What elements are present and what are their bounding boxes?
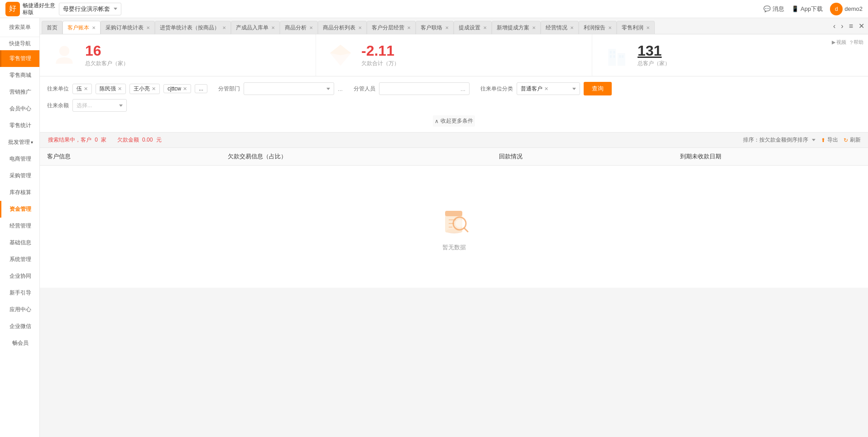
- department-select[interactable]: [244, 82, 334, 95]
- sidebar-search[interactable]: 搜索菜单: [0, 18, 39, 37]
- tab-retail-profit[interactable]: 零售利润 ✕: [617, 21, 655, 34]
- table-header: 客户信息 欠款交易信息（占比） 回款情况 到期未收款日期: [40, 148, 868, 166]
- logo-area: 好 畅捷通好生意 标版: [5, 2, 55, 16]
- query-button[interactable]: 查询: [584, 82, 612, 95]
- sidebar-item-vip-member[interactable]: 畅会员: [0, 335, 39, 352]
- video-help-button[interactable]: ▶ 视频: [832, 39, 846, 46]
- sidebar-item-purchase[interactable]: 采购管理: [0, 167, 39, 184]
- stat-label-customers: 总欠款客户（家）: [85, 60, 129, 67]
- tab-production-inbound[interactable]: 产成品入库单 ✕: [231, 21, 280, 34]
- sidebar-item-funds[interactable]: 资金管理: [0, 201, 39, 218]
- remove-unit-4-button[interactable]: ✕: [183, 86, 187, 92]
- app-download-button[interactable]: 📱 App下载: [791, 5, 823, 13]
- close-tab-icon[interactable]: ✕: [309, 25, 313, 30]
- person-filter-label: 分管人员: [354, 85, 375, 93]
- sidebar-item-retail-mgmt[interactable]: 零售管理: [0, 50, 39, 67]
- tab-customer-segment[interactable]: 客户分层经营 ✕: [367, 21, 416, 34]
- tab-product-analysis-list[interactable]: 商品分析列表 ✕: [318, 21, 367, 34]
- tab-new-tip-plan[interactable]: 新增提成方案 ✕: [492, 21, 541, 34]
- collapse-button[interactable]: ∧ 收起更多条件: [433, 115, 475, 127]
- tab-tip-settings[interactable]: 提成设置 ✕: [454, 21, 492, 34]
- close-all-tabs-button[interactable]: ✕: [857, 21, 866, 31]
- svg-rect-10: [622, 55, 623, 58]
- close-tab-icon[interactable]: ✕: [92, 25, 96, 30]
- svg-point-0: [59, 46, 69, 56]
- close-tab-icon[interactable]: ✕: [407, 25, 411, 30]
- close-tab-icon[interactable]: ✕: [532, 25, 536, 30]
- sidebar-item-enterprise-wechat[interactable]: 企业微信: [0, 318, 39, 335]
- person-more-button[interactable]: ...: [460, 86, 465, 92]
- tab-purchase-order[interactable]: 采购订单统计表 ✕: [101, 21, 155, 34]
- person-select[interactable]: ...: [379, 82, 470, 95]
- col-header-repayment: 回款情况: [499, 152, 680, 161]
- refresh-button[interactable]: ↻ 刷新: [844, 136, 861, 144]
- export-button[interactable]: ⬆ 导出: [821, 136, 838, 144]
- avatar: d: [830, 3, 843, 15]
- tab-operations-status[interactable]: 经营情况 ✕: [541, 21, 579, 34]
- sidebar-item-enterprise-coop[interactable]: 企业协同: [0, 268, 39, 285]
- tab-home[interactable]: 首页: [42, 21, 62, 34]
- top-bar: 好 畅捷通好生意 标版 母婴行业演示帐套 💬 消息 📱 App下载 d demo…: [0, 0, 868, 18]
- empty-text: 暂无数据: [442, 243, 466, 252]
- tab-customer-contact[interactable]: 客户联络 ✕: [416, 21, 454, 34]
- next-tab-button[interactable]: ›: [839, 21, 845, 31]
- stat-help: ▶ 视频 ? 帮助: [832, 39, 863, 46]
- department-more-button[interactable]: ...: [338, 86, 343, 92]
- filter-tag-unit-1: 伍 ✕: [72, 84, 92, 94]
- remove-unit-1-button[interactable]: ✕: [84, 86, 88, 92]
- tab-bar: 首页 客户账本 ✕ 采购订单统计表 ✕ 进货单统计表（按商品） ✕ 产成品入库单…: [40, 18, 868, 34]
- close-tab-icon[interactable]: ✕: [271, 25, 275, 30]
- tab-profit-report[interactable]: 利润报告 ✕: [579, 21, 617, 34]
- close-tab-icon[interactable]: ✕: [358, 25, 362, 30]
- more-units-button[interactable]: ...: [195, 84, 207, 93]
- remove-unit-3-button[interactable]: ✕: [152, 86, 156, 92]
- close-tab-icon[interactable]: ✕: [483, 25, 487, 30]
- stat-card-debt: -2.11 欠款合计（万）: [316, 34, 592, 76]
- close-tab-icon[interactable]: ✕: [646, 25, 650, 30]
- sidebar-item-member-center[interactable]: 会员中心: [0, 100, 39, 117]
- empty-state: 暂无数据: [40, 166, 868, 288]
- help-button[interactable]: ? 帮助: [850, 39, 863, 46]
- user-menu[interactable]: d demo2: [830, 3, 863, 15]
- chevron-down-icon: [812, 139, 815, 141]
- close-tab-icon[interactable]: ✕: [146, 25, 150, 30]
- sidebar-item-new-guide[interactable]: 新手引导: [0, 285, 39, 301]
- remove-category-button[interactable]: ✕: [544, 86, 548, 92]
- messages-button[interactable]: 💬 消息: [763, 5, 784, 13]
- tab-controls: ‹ › ≡ ✕: [831, 21, 866, 31]
- close-tab-icon[interactable]: ✕: [608, 25, 612, 30]
- col-header-customer-info: 客户信息: [47, 152, 228, 161]
- sidebar-item-app-center[interactable]: 应用中心: [0, 301, 39, 318]
- svg-marker-2: [330, 45, 351, 55]
- sort-select[interactable]: 排序：按欠款金额倒序排序: [743, 136, 815, 144]
- tab-stock-stats[interactable]: 进货单统计表（按商品） ✕: [155, 21, 231, 34]
- balance-select[interactable]: 选择...: [72, 99, 127, 112]
- prev-tab-button[interactable]: ‹: [831, 21, 837, 31]
- close-tab-icon[interactable]: ✕: [570, 25, 574, 30]
- sidebar-item-retail-mall[interactable]: 零售商城: [0, 67, 39, 84]
- sidebar-item-system[interactable]: 系统管理: [0, 251, 39, 268]
- sidebar-item-wholesale-mgmt[interactable]: 批发管理 ▾: [0, 134, 39, 151]
- sidebar-item-basic-info[interactable]: 基础信息: [0, 234, 39, 251]
- main-layout: 搜索菜单 快捷导航 零售管理 零售商城 营销推广 会员中心 零售统计 批发管理 …: [0, 18, 868, 437]
- close-tab-icon[interactable]: ✕: [445, 25, 449, 30]
- svg-point-15: [456, 219, 464, 228]
- org-selector[interactable]: 母婴行业演示帐套: [59, 3, 121, 15]
- tab-customer-balance[interactable]: 客户账本 ✕: [62, 21, 101, 34]
- unit-category-label: 往来单位分类: [480, 85, 513, 93]
- unit-category-select[interactable]: 普通客户 ✕: [517, 82, 580, 95]
- tab-menu-button[interactable]: ≡: [847, 21, 855, 31]
- sidebar-item-inventory[interactable]: 库存核算: [0, 184, 39, 201]
- empty-icon: [436, 202, 472, 238]
- sidebar-item-marketing[interactable]: 营销推广: [0, 84, 39, 100]
- sidebar-quick-nav[interactable]: 快捷导航: [0, 37, 39, 50]
- top-bar-right: 💬 消息 📱 App下载 d demo2: [763, 3, 863, 15]
- close-tab-icon[interactable]: ✕: [222, 25, 226, 30]
- search-menu-button[interactable]: 搜索菜单: [4, 22, 36, 33]
- sidebar-item-operations[interactable]: 经营管理: [0, 218, 39, 234]
- remove-unit-2-button[interactable]: ✕: [118, 86, 122, 92]
- sidebar-item-retail-stats[interactable]: 零售统计: [0, 117, 39, 134]
- sidebar-item-ecommerce[interactable]: 电商管理: [0, 151, 39, 167]
- tab-product-analysis[interactable]: 商品分析 ✕: [280, 21, 318, 34]
- department-filter-label: 分管部门: [218, 85, 240, 93]
